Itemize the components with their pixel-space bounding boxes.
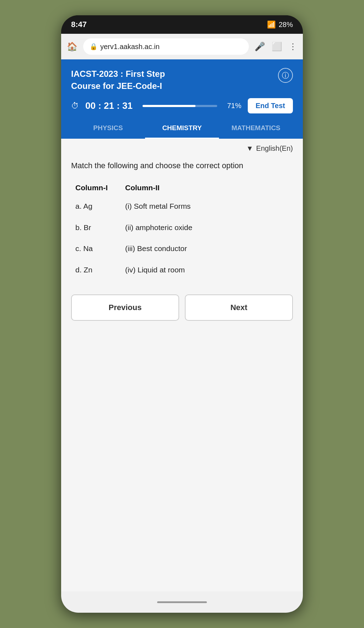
tab-mathematics[interactable]: MATHEMATICS xyxy=(219,118,293,139)
more-icon[interactable]: ⋮ xyxy=(289,42,297,52)
progress-bar-fill xyxy=(143,105,196,107)
row4-col2: (iv) Liquid at room xyxy=(121,259,293,281)
subject-tabs: PHYSICS CHEMISTRY MATHEMATICS xyxy=(71,118,293,139)
url-bar[interactable]: 🔒 yerv1.aakash.ac.in xyxy=(83,38,249,55)
info-icon[interactable]: ⓘ xyxy=(278,68,293,83)
row4-col2-text: Liquid at room xyxy=(138,266,185,274)
question-text: Match the following and choose the corre… xyxy=(71,160,293,171)
row3-col2: (iii) Best conductor xyxy=(121,238,293,259)
match-table: Column-I Column-II a. Ag (i) Soft metal … xyxy=(71,180,293,280)
mic-icon[interactable]: 🎤 xyxy=(255,42,265,52)
timer-icon: ⏱ xyxy=(71,101,79,111)
status-right: 📶 28% xyxy=(267,20,293,29)
col2-header: Column-II xyxy=(121,180,293,196)
question-body: Match the following and choose the corre… xyxy=(61,156,303,287)
language-label: English(En) xyxy=(256,144,293,153)
phone-bottom-bar xyxy=(61,591,303,613)
row1-col1: a. Ag xyxy=(71,196,121,217)
home-icon[interactable]: 🏠 xyxy=(67,42,77,52)
browser-bar: 🏠 🔒 yerv1.aakash.ac.in 🎤 ⬜ ⋮ xyxy=(61,34,303,59)
table-row: c. Na (iii) Best conductor xyxy=(71,238,293,259)
browser-actions: 🎤 ⬜ ⋮ xyxy=(255,42,297,52)
row1-col2: (i) Soft metal Forms xyxy=(121,196,293,217)
progress-label: 71% xyxy=(227,102,241,110)
app-header: IACST-2023 : First StepCourse for JEE-Co… xyxy=(61,59,303,139)
course-title: IACST-2023 : First StepCourse for JEE-Co… xyxy=(71,68,165,92)
end-test-button[interactable]: End Test xyxy=(248,98,293,113)
row2-col2-text: amphoteric oxide xyxy=(135,223,192,231)
timer-display: 00 : 21 : 31 xyxy=(85,100,133,111)
row1-col2-num: (i) xyxy=(125,202,132,210)
table-row: d. Zn (iv) Liquid at room xyxy=(71,259,293,281)
tab-physics[interactable]: PHYSICS xyxy=(71,118,145,139)
row4-col1: d. Zn xyxy=(71,259,121,281)
chevron-down-icon: ▼ xyxy=(246,144,253,153)
table-row: a. Ag (i) Soft metal Forms xyxy=(71,196,293,217)
row3-col2-text: Best conductor xyxy=(137,244,187,252)
question-area: ▼ English(En) Match the following and ch… xyxy=(61,139,303,591)
language-button[interactable]: ▼ English(En) xyxy=(246,144,293,153)
signal-icon: 📶 xyxy=(267,20,276,29)
next-button[interactable]: Next xyxy=(185,294,293,321)
previous-button[interactable]: Previous xyxy=(71,294,179,321)
row2-col2-num: (ii) xyxy=(125,223,133,231)
row3-col1: c. Na xyxy=(71,238,121,259)
row2-col1: b. Br xyxy=(71,217,121,238)
col1-header: Column-I xyxy=(71,180,121,196)
row3-col2-num: (iii) xyxy=(125,244,135,252)
tab-chemistry[interactable]: CHEMISTRY xyxy=(145,118,219,139)
url-text: yerv1.aakash.ac.in xyxy=(100,43,160,51)
row2-col2: (ii) amphoteric oxide xyxy=(121,217,293,238)
row1-col2-text: Soft metal Forms xyxy=(134,202,191,210)
lock-icon: 🔒 xyxy=(90,43,97,50)
progress-bar-container xyxy=(143,105,217,107)
row4-col2-num: (iv) xyxy=(125,266,135,274)
tab-count-icon[interactable]: ⬜ xyxy=(272,42,282,52)
phone-device: 8:47 📶 28% 🏠 🔒 yerv1.aakash.ac.in 🎤 ⬜ ⋮ … xyxy=(61,15,303,613)
bottom-indicator xyxy=(157,601,207,603)
status-time: 8:47 xyxy=(71,20,87,29)
nav-buttons: Previous Next xyxy=(61,287,303,331)
table-row: b. Br (ii) amphoteric oxide xyxy=(71,217,293,238)
phone-screen: IACST-2023 : First StepCourse for JEE-Co… xyxy=(61,59,303,591)
language-selector-row: ▼ English(En) xyxy=(61,139,303,156)
battery-text: 28% xyxy=(279,21,293,29)
status-bar: 8:47 📶 28% xyxy=(61,15,303,34)
